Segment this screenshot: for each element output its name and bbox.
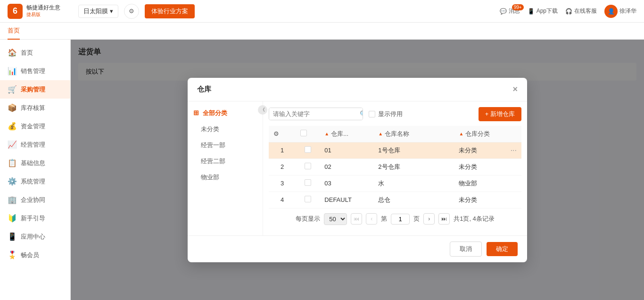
headset-icon: 🎧 <box>565 8 572 15</box>
finance-icon: 💰 <box>8 122 17 131</box>
table-row[interactable]: 2 02 2号仓库 未分类 <box>269 158 521 175</box>
row-gear-cell: 2 <box>269 158 296 175</box>
sub-nav: 首页 <box>0 23 644 40</box>
cancel-button[interactable]: 取消 <box>450 242 482 257</box>
sidebar-item-basic[interactable]: 📋 基础信息 <box>0 154 70 172</box>
row-check-cell[interactable] <box>296 192 320 208</box>
all-category-button[interactable]: ⊞ 全部分类 <box>188 105 263 121</box>
inventory-icon: 📦 <box>8 103 17 112</box>
basic-icon: 📋 <box>8 158 17 167</box>
sidebar-item-label: 首页 <box>21 49 33 57</box>
message-button[interactable]: 💬 消息 99+ <box>500 7 520 15</box>
category-item-property[interactable]: 物业部 <box>188 169 263 185</box>
category-panel: ⊞ 全部分类 《 未分类 经营一部 经营二部 物业部 <box>188 101 263 235</box>
show-disabled-checkbox[interactable]: 显示停用 <box>369 110 403 118</box>
row-check-cell[interactable] <box>296 158 320 175</box>
service-label: 在线客服 <box>574 7 597 15</box>
sidebar-item-purchase[interactable]: 🛒 采购管理 <box>0 80 70 99</box>
sidebar-item-operations[interactable]: 📈 经营管理 <box>0 135 70 154</box>
add-warehouse-button[interactable]: + 新增仓库 <box>479 107 521 121</box>
sidebar-item-guide[interactable]: 🔰 新手引导 <box>0 209 70 227</box>
sidebar-item-enterprise[interactable]: 🏢 企业协同 <box>0 191 70 209</box>
row-checkbox[interactable] <box>305 163 311 169</box>
sort-icon: ▲ <box>324 131 329 136</box>
search-icon[interactable]: 🔍 <box>356 108 363 120</box>
settings-button[interactable]: ⚙ <box>124 4 139 19</box>
checkbox-icon <box>369 111 375 117</box>
first-page-button[interactable]: ⏮ <box>351 213 362 225</box>
sidebar-item-member[interactable]: 🎖️ 畅会员 <box>0 246 70 264</box>
sales-icon: 📊 <box>8 67 17 75</box>
table-panel: 🔍 显示停用 + 新增仓库 <box>263 101 527 235</box>
table-header-row: ⚙ ▲ 仓库... <box>269 126 521 142</box>
chevron-down-icon: ▾ <box>110 8 113 15</box>
sidebar-item-label: 经营管理 <box>21 141 45 149</box>
row-category-cell: 未分类 <box>454 192 521 208</box>
sidebar-item-system[interactable]: ⚙️ 系统管理 <box>0 172 70 191</box>
row-check-cell[interactable] <box>296 142 320 158</box>
page-number-input[interactable] <box>391 214 410 225</box>
row-code-cell: 01 <box>320 142 373 158</box>
phone-icon: 📱 <box>528 8 535 15</box>
confirm-button[interactable]: 确定 <box>487 242 518 256</box>
gear-icon: ⚙ <box>273 130 279 137</box>
col-code-label: 仓库... <box>331 130 348 138</box>
sidebar-item-inventory[interactable]: 📦 库存核算 <box>0 99 70 117</box>
guide-icon: 🔰 <box>8 214 17 223</box>
search-input[interactable] <box>269 108 356 120</box>
col-header-gear: ⚙ <box>269 126 296 142</box>
modal-title: 仓库 <box>197 85 211 94</box>
sidebar-item-sales[interactable]: 📊 销售管理 <box>0 62 70 80</box>
system-icon: ⚙️ <box>8 177 17 186</box>
subnav-home[interactable]: 首页 <box>8 23 20 40</box>
row-gear-cell: 3 <box>269 175 296 192</box>
header-checkbox[interactable] <box>300 130 307 136</box>
prev-page-button[interactable]: ‹ <box>366 213 377 225</box>
show-disabled-label: 显示停用 <box>378 110 403 118</box>
more-options-icon[interactable]: ··· <box>511 146 517 155</box>
table-row[interactable]: 3 03 水 物业部 <box>269 175 521 192</box>
modal-footer: 取消 确定 <box>188 235 527 262</box>
sidebar-item-finance[interactable]: 💰 资金管理 <box>0 117 70 135</box>
total-info: 共1页, 4条记录 <box>454 215 495 223</box>
app-download-button[interactable]: 📱 App下载 <box>528 7 558 15</box>
row-gear-cell: 4 <box>269 192 296 208</box>
next-page-button[interactable]: › <box>423 213 435 225</box>
category-item-unclassified[interactable]: 未分类 <box>188 121 263 137</box>
enterprise-icon: 🏢 <box>8 195 17 204</box>
sidebar-item-label: 资金管理 <box>21 122 45 131</box>
last-page-button[interactable]: ⏭ <box>438 213 450 225</box>
row-name-cell: 2号仓库 <box>373 158 454 175</box>
row-checkbox[interactable] <box>305 179 311 186</box>
category-item-ops2[interactable]: 经营二部 <box>188 153 263 169</box>
store-selector[interactable]: 日太阳膜 ▾ <box>78 5 118 18</box>
home-icon: 🏠 <box>8 48 17 57</box>
online-service-button[interactable]: 🎧 在线客服 <box>565 7 597 15</box>
row-name-cell: 水 <box>373 175 454 192</box>
sidebar-item-label: 应用中心 <box>21 233 45 241</box>
sidebar-item-home[interactable]: 🏠 首页 <box>0 43 70 62</box>
row-check-cell[interactable] <box>296 175 320 192</box>
sidebar: 🏠 首页 📊 销售管理 🛒 采购管理 📦 库存核算 💰 资金管理 📈 经营管理 … <box>0 40 71 300</box>
category-item-ops1[interactable]: 经营一部 <box>188 137 263 153</box>
sidebar-item-label: 系统管理 <box>21 177 45 186</box>
col-header-check <box>296 126 320 142</box>
trial-button[interactable]: 体验行业方案 <box>145 4 195 18</box>
row-category-cell: 物业部 <box>454 175 521 192</box>
row-code-cell: DEFAULT <box>320 192 373 208</box>
row-checkbox[interactable] <box>305 196 311 202</box>
table-row[interactable]: 4 DEFAULT 总仓 未分类 <box>269 192 521 208</box>
per-page-select[interactable]: 50 <box>324 213 347 225</box>
top-header: 6 畅捷通好生意 捷易版 日太阳膜 ▾ ⚙ 体验行业方案 💬 消息 99+ 📱 … <box>0 0 644 23</box>
sidebar-item-apps[interactable]: 📱 应用中心 <box>0 227 70 246</box>
row-checkbox[interactable] <box>305 146 311 153</box>
modal-close-button[interactable]: × <box>512 84 518 94</box>
user-menu[interactable]: 👤 徐泽华 <box>604 5 636 18</box>
col-name-label: 仓库名称 <box>385 130 409 138</box>
category-collapse-button[interactable]: 《 <box>258 105 267 115</box>
table-row[interactable]: 1 01 1号仓库 未分类 ··· <box>269 142 521 158</box>
page-label: 第 <box>381 215 387 223</box>
all-category-label: 全部分类 <box>203 109 227 117</box>
sidebar-item-label: 新手引导 <box>21 214 45 223</box>
col-header-category: ▲ 仓库分类 <box>454 126 521 142</box>
